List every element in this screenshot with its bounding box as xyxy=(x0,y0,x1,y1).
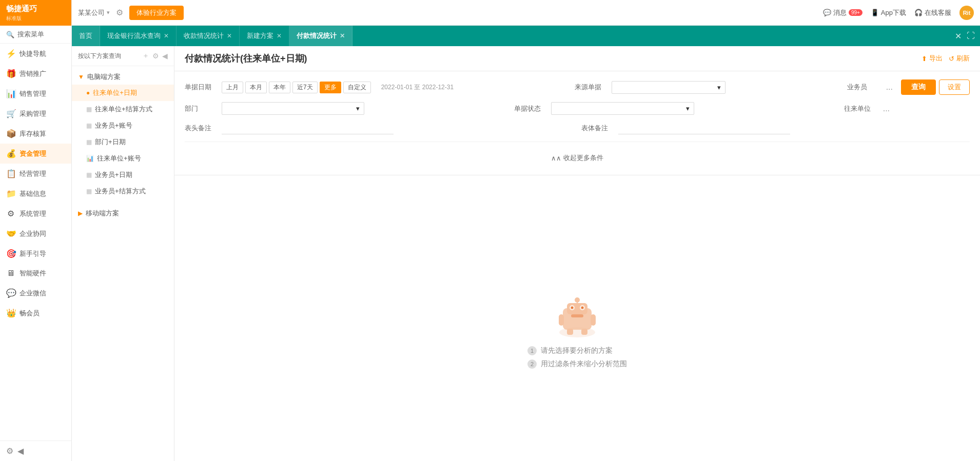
schema-groups: ▼电脑端方案●往来单位+日期▦往来单位+结算方式▦业务员+账号▦部门+日期📊往来… xyxy=(72,66,174,224)
date-btn-last-7[interactable]: 近7天 xyxy=(292,82,318,93)
sidebar-item-qiye[interactable]: 🤝企业协同 xyxy=(0,224,71,244)
page-header-actions: ⬆ 导出 ↺ 刷新 xyxy=(922,54,970,63)
topbar-company[interactable]: 某某公司 ▾ xyxy=(78,8,110,17)
tip-text-1: 请先选择要分析的方案 xyxy=(541,346,613,355)
sidebar-nav: ⚡快捷导航🎁营销推广📊销售管理🛒采购管理📦库存核算💰资金管理📋经营管理📁基础信息… xyxy=(0,44,71,323)
right-section: 付款情况统计(往来单位+日期) ⬆ 导出 ↺ 刷新 单据日期 xyxy=(174,46,980,461)
tab-close-new-plan[interactable]: ✕ xyxy=(277,32,282,39)
tab-close-bank[interactable]: ✕ xyxy=(164,32,169,39)
schema-add-icon[interactable]: ＋ xyxy=(142,51,149,61)
sidebar-item-yingxiao[interactable]: 🎁营销推广 xyxy=(0,64,71,84)
svg-rect-9 xyxy=(591,314,596,326)
tip-text-2: 用过滤条件来缩小分析范围 xyxy=(541,359,627,369)
trial-button[interactable]: 体验行业方案 xyxy=(129,6,184,20)
sidebar-item-zijin[interactable]: 💰资金管理 xyxy=(0,144,71,164)
sidebar-icon-xitong: ⚙ xyxy=(6,209,15,218)
topbar: 某某公司 ▾ ⚙ 体验行业方案 💬 消息 99+ 📱 App下载 🎧 在线客服 … xyxy=(72,0,980,26)
body-note-input[interactable] xyxy=(618,122,790,134)
schema-collapse-icon[interactable]: ◀ xyxy=(162,52,168,60)
schema-panel: 按以下方案查询 ＋ ⚙ ◀ ▼电脑端方案●往来单位+日期▦往来单位+结算方式▦业… xyxy=(72,46,174,461)
tab-receipts[interactable]: 收款情况统计 ✕ xyxy=(177,26,240,46)
date-btn-custom[interactable]: 自定义 xyxy=(343,82,371,93)
collapse-label: 收起更多条件 xyxy=(563,153,603,163)
sidebar-label-xinshou: 新手引导 xyxy=(19,249,46,258)
sidebar-icon-zijin: 💰 xyxy=(6,149,15,158)
online-service-button[interactable]: 🎧 在线客服 xyxy=(914,8,951,17)
tab-close-payment[interactable]: ✕ xyxy=(340,32,345,39)
close-all-tabs-icon[interactable]: ✕ xyxy=(955,31,962,41)
svg-point-5 xyxy=(571,306,574,309)
date-btn-more[interactable]: 更多 xyxy=(320,82,341,93)
filter-row-2: 部门 ▾ 单据状态 ▾ 往来单位 ... xyxy=(185,102,970,115)
sidebar-search[interactable]: 🔍 搜索菜单 xyxy=(0,26,71,44)
sidebar-item-caigou[interactable]: 🛒采购管理 xyxy=(0,104,71,124)
topbar-settings-icon[interactable]: ⚙ xyxy=(116,8,123,17)
topbar-right: 💬 消息 99+ 📱 App下载 🎧 在线客服 Rit xyxy=(823,6,974,20)
sidebar-item-zhineng[interactable]: 🖥智能硬件 xyxy=(0,264,71,283)
sidebar-item-kucun[interactable]: 📦库存核算 xyxy=(0,124,71,144)
dept-select[interactable]: ▾ xyxy=(222,102,364,115)
sidebar-item-kuaijie[interactable]: ⚡快捷导航 xyxy=(0,44,71,64)
export-button[interactable]: ⬆ 导出 xyxy=(922,54,943,63)
sidebar-icon-caigou: 🛒 xyxy=(6,109,15,118)
tab-payment[interactable]: 付款情况统计 ✕ xyxy=(289,26,352,46)
sidebar-label-jichu: 基础信息 xyxy=(19,189,46,198)
sidebar-item-weixin[interactable]: 💬企业微信 xyxy=(0,283,71,303)
status-select[interactable]: ▾ xyxy=(551,102,694,115)
schema-item-icon-partner-date: ● xyxy=(86,89,90,96)
schema-item-dept-date[interactable]: ▦部门+日期 xyxy=(72,134,174,150)
service-icon: 🎧 xyxy=(914,9,923,16)
refresh-button[interactable]: ↺ 刷新 xyxy=(949,54,970,63)
header-note-label: 表头备注 xyxy=(185,124,213,133)
tab-home[interactable]: 首页 xyxy=(72,26,100,46)
schema-item-partner-date[interactable]: ●往来单位+日期 xyxy=(72,85,174,101)
sidebar-item-jingying[interactable]: 📋经营管理 xyxy=(0,164,71,184)
sidebar-item-xitong[interactable]: ⚙系统管理 xyxy=(0,204,71,224)
app-download-button[interactable]: 📱 App下载 xyxy=(871,8,906,17)
sidebar-item-jichu[interactable]: 📁基础信息 xyxy=(0,184,71,204)
sidebar-item-xinshou[interactable]: 🎯新手引导 xyxy=(0,244,71,264)
date-btn-last-month[interactable]: 上月 xyxy=(222,82,243,93)
schema-item-staff-settlement[interactable]: ▦业务员+结算方式 xyxy=(72,183,174,199)
sidebar-label-jingying: 经营管理 xyxy=(19,169,46,178)
messages-icon: 💬 xyxy=(823,9,831,16)
fullscreen-icon[interactable]: ⛶ xyxy=(967,31,975,41)
page-header: 付款情况统计(往来单位+日期) ⬆ 导出 ↺ 刷新 xyxy=(174,46,980,71)
sidebar-item-xiaoshou[interactable]: 📊销售管理 xyxy=(0,84,71,104)
empty-tip-1: 1 请先选择要分析的方案 xyxy=(527,346,627,355)
body-note-label: 表体备注 xyxy=(581,124,610,133)
tab-new-plan[interactable]: 新建方案 ✕ xyxy=(240,26,289,46)
staff-ellipsis[interactable]: ... xyxy=(886,83,893,92)
schema-group-header-mobile[interactable]: ▶移动端方案 xyxy=(72,206,174,221)
sidebar-settings-icon[interactable]: ⚙ xyxy=(6,446,13,456)
settings-button[interactable]: 设置 xyxy=(939,79,970,95)
schema-settings-icon[interactable]: ⚙ xyxy=(152,52,159,60)
schema-group-chevron-mobile: ▶ xyxy=(78,210,83,217)
schema-item-staff-date[interactable]: ▦业务员+日期 xyxy=(72,167,174,183)
sidebar-icon-weixin: 💬 xyxy=(6,288,15,298)
messages-button[interactable]: 💬 消息 99+ xyxy=(823,8,863,17)
source-chevron-icon: ▾ xyxy=(717,84,721,91)
sidebar-collapse-icon[interactable]: ◀ xyxy=(17,446,24,456)
date-btn-this-year[interactable]: 本年 xyxy=(269,82,290,93)
query-button[interactable]: 查询 xyxy=(901,79,936,95)
company-name: 某某公司 xyxy=(78,8,105,17)
user-avatar[interactable]: Rit xyxy=(959,6,974,20)
schema-group-header-desktop[interactable]: ▼电脑端方案 xyxy=(72,69,174,85)
tab-bank[interactable]: 现金银行流水查询 ✕ xyxy=(100,26,177,46)
schema-item-partner-account[interactable]: 📊往来单位+账号 xyxy=(72,150,174,167)
tab-close-receipts[interactable]: ✕ xyxy=(227,32,232,39)
schema-item-partner-settlement[interactable]: ▦往来单位+结算方式 xyxy=(72,101,174,117)
header-note-input[interactable] xyxy=(222,122,394,134)
schema-toolbar-label: 按以下方案查询 xyxy=(78,52,139,61)
schema-item-staff-account[interactable]: ▦业务员+账号 xyxy=(72,117,174,134)
svg-rect-11 xyxy=(581,329,587,335)
date-btn-this-month[interactable]: 本月 xyxy=(245,82,267,93)
sidebar-item-chang[interactable]: 👑畅会员 xyxy=(0,303,71,323)
source-select[interactable]: ▾ xyxy=(612,81,726,94)
partner-ellipsis[interactable]: ... xyxy=(883,104,890,113)
schema-item-icon-partner-settlement: ▦ xyxy=(86,106,92,113)
app-icon: 📱 xyxy=(871,9,879,16)
collapse-button[interactable]: ∧∧ 收起更多条件 xyxy=(551,149,603,167)
schema-item-label-staff-account: 业务员+账号 xyxy=(95,121,132,130)
